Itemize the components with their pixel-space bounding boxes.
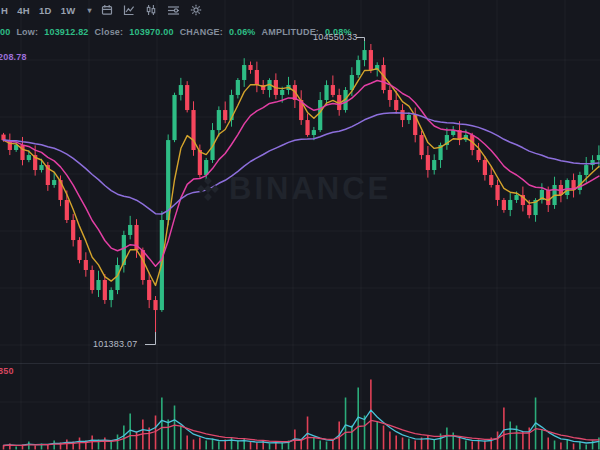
low-price-label: 101383.07 [93, 339, 137, 349]
timeframe-1d[interactable]: 1D [39, 5, 52, 16]
chart-toolbar: H 4H 1D 1W ▾ [1, 0, 212, 20]
timeframe-1w[interactable]: 1W [61, 5, 76, 16]
binance-logo-icon [196, 177, 220, 201]
chevron-down-icon[interactable]: ▾ [88, 6, 92, 15]
close-label: Close: [95, 27, 124, 37]
timeframe-h[interactable]: H [1, 5, 8, 16]
ma-value-partial: 208.78 [0, 52, 27, 62]
change-value: 0.06% [229, 27, 256, 37]
volume-ma-value-partial: 850 [0, 366, 14, 376]
trading-chart-screen: BINANCE H 4H 1D 1W ▾ [0, 0, 600, 450]
line-chart-icon[interactable] [123, 4, 135, 16]
calendar-icon[interactable] [101, 4, 113, 16]
binance-watermark: BINANCE [196, 171, 391, 207]
high-price-label: 104550.33 [313, 32, 357, 42]
gear-icon[interactable] [190, 4, 202, 16]
chart-canvas[interactable] [0, 0, 600, 450]
amplitude-label: AMPLITUDE: [262, 27, 320, 37]
low-value: 103912.82 [44, 27, 88, 37]
change-label: CHANGE: [180, 27, 223, 37]
low-label: Low: [16, 27, 38, 37]
watermark-text: BINANCE [229, 171, 391, 207]
ohlc-info-row: 00 Low: 103912.82 Close: 103970.00 CHANG… [0, 27, 352, 37]
indicators-icon[interactable] [167, 4, 180, 16]
close-value: 103970.00 [129, 27, 173, 37]
open-value-partial: 00 [0, 27, 10, 37]
timeframe-4h[interactable]: 4H [17, 5, 30, 16]
candlestick-icon[interactable] [145, 4, 157, 16]
